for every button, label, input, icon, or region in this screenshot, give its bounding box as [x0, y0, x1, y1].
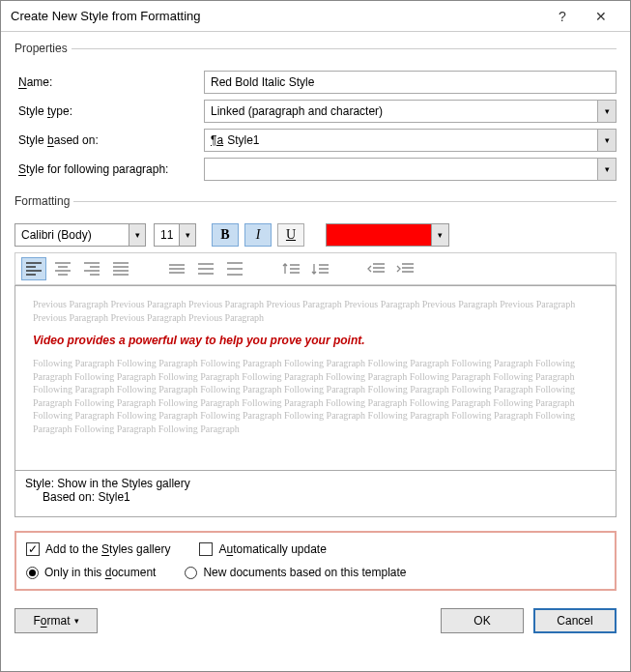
chevron-down-icon[interactable]: ▾: [431, 224, 448, 246]
formatting-group: Formatting ▾ ▾ B I U ▾: [14, 194, 617, 517]
bold-button[interactable]: B: [212, 223, 239, 247]
space-before-decrease-button[interactable]: [307, 257, 332, 280]
close-button[interactable]: ✕: [582, 3, 620, 30]
font-color-dropdown[interactable]: ▾: [326, 223, 449, 247]
window-title: Create New Style from Formatting: [11, 9, 543, 23]
style-type-label: Style type:: [14, 104, 204, 118]
cancel-button[interactable]: Cancel: [533, 608, 617, 633]
font-size-combo[interactable]: [154, 223, 179, 247]
only-this-document-radio[interactable]: [26, 567, 39, 579]
style-type-dropdown[interactable]: [204, 100, 597, 123]
properties-group: Properties Name: Style type: ▾ Style ba: [14, 42, 617, 187]
chevron-down-icon[interactable]: ▾: [597, 158, 617, 181]
style-description-line2: Based on: Style1: [25, 490, 606, 504]
align-justify-button[interactable]: [108, 257, 133, 280]
italic-button[interactable]: I: [244, 223, 272, 247]
style-based-on-label: Style based on:: [14, 133, 204, 147]
style-description: Style: Show in the Styles gallery Based …: [14, 471, 617, 517]
new-documents-radio[interactable]: [185, 567, 197, 579]
color-swatch: [327, 224, 431, 246]
format-button[interactable]: Format▾: [14, 608, 98, 633]
underline-button[interactable]: U: [277, 223, 304, 247]
chevron-down-icon[interactable]: ▾: [179, 223, 196, 247]
chevron-down-icon[interactable]: ▾: [597, 100, 617, 123]
add-to-gallery-checkbox[interactable]: ✓: [26, 542, 40, 556]
add-to-gallery-label: Add to the Styles gallery: [45, 542, 170, 556]
pilcrow-icon: ¶a: [211, 133, 223, 147]
line-spacing-15-button[interactable]: [193, 257, 218, 280]
chevron-down-icon[interactable]: ▾: [129, 223, 146, 247]
align-left-button[interactable]: [21, 257, 46, 280]
auto-update-checkbox[interactable]: [199, 542, 213, 556]
style-description-line1: Style: Show in the Styles gallery: [25, 477, 606, 490]
preview-sample-text: Video provides a powerful way to help yo…: [33, 334, 598, 347]
space-before-increase-button[interactable]: [278, 257, 303, 280]
chevron-down-icon[interactable]: ▾: [597, 129, 617, 152]
style-following-label: Style for following paragraph:: [14, 162, 204, 176]
chevron-down-icon: ▾: [74, 616, 79, 626]
ok-button[interactable]: OK: [441, 608, 524, 633]
line-spacing-1-button[interactable]: [164, 257, 189, 280]
new-documents-label: New documents based on this template: [203, 566, 406, 579]
formatting-legend: Formatting: [14, 194, 73, 208]
style-based-on-dropdown[interactable]: ¶a Style1: [204, 129, 597, 152]
align-center-button[interactable]: [50, 257, 75, 280]
increase-indent-button[interactable]: [392, 257, 417, 280]
options-panel: ✓ Add to the Styles gallery Automaticall…: [14, 531, 617, 591]
auto-update-label: Automatically update: [218, 542, 326, 556]
help-button[interactable]: ?: [543, 3, 582, 30]
style-following-dropdown[interactable]: [204, 158, 597, 181]
properties-legend: Properties: [14, 42, 72, 55]
preview-following-text: Following Paragraph Following Paragraph …: [33, 357, 598, 435]
name-input[interactable]: [204, 71, 617, 94]
preview-previous-text: Previous Paragraph Previous Paragraph Pr…: [33, 298, 598, 324]
dialog: Create New Style from Formatting ? ✕ Pro…: [0, 0, 631, 672]
line-spacing-2-button[interactable]: [222, 257, 247, 280]
preview-panel: Previous Paragraph Previous Paragraph Pr…: [14, 285, 617, 471]
only-this-document-label: Only in this document: [44, 566, 156, 579]
name-label: Name:: [14, 75, 204, 89]
align-right-button[interactable]: [79, 257, 104, 280]
font-family-combo[interactable]: [14, 223, 129, 247]
titlebar: Create New Style from Formatting ? ✕: [1, 1, 630, 32]
decrease-indent-button[interactable]: [363, 257, 388, 280]
